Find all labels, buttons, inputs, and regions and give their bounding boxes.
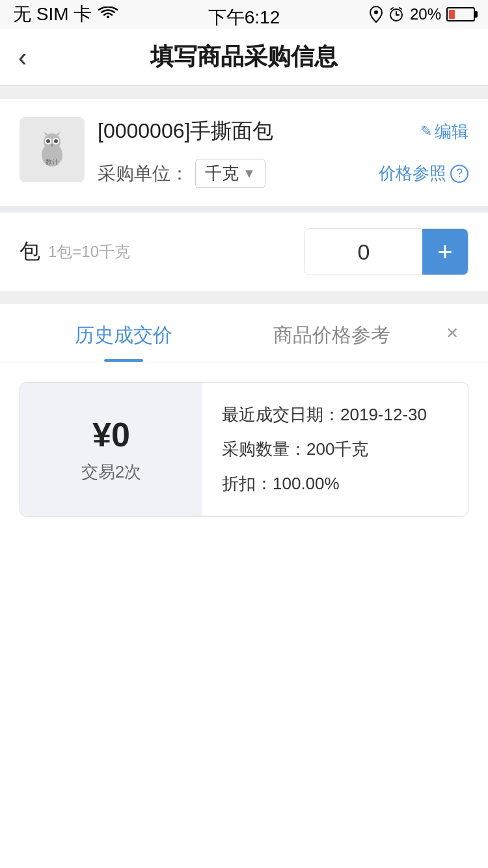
product-name: [0000006]手撕面包: [98, 117, 273, 146]
transaction-count: 交易2次: [81, 461, 141, 483]
bottom-space: [0, 536, 488, 868]
status-time: 下午6:12: [208, 5, 280, 30]
purchase-unit-label: 采购单位：: [98, 161, 189, 186]
unit-value: 千克: [205, 162, 239, 185]
edit-button[interactable]: ✎ 编辑: [420, 120, 468, 143]
purchase-unit-row: 采购单位： 千克 ▼ 价格参照 ?: [98, 159, 468, 188]
transaction-card: ¥0 交易2次 最近成交日期：2019-12-30 采购数量：200千克 折扣：…: [20, 382, 468, 517]
svg-point-10: [46, 139, 50, 143]
recent-date-value: 2019-12-30: [340, 405, 427, 424]
page-title: 填写商品采购信息: [150, 41, 338, 73]
transaction-details-panel: 最近成交日期：2019-12-30 采购数量：200千克 折扣：100.00%: [202, 383, 468, 516]
purchase-qty-value: 200千克: [306, 439, 368, 459]
recent-date-detail: 最近成交日期：2019-12-30: [222, 402, 448, 427]
purchase-unit-group: 采购单位： 千克 ▼: [98, 159, 265, 188]
product-row: 数计 [0000006]手撕面包 ✎ 编辑 采购单位： 千克 ▼: [20, 117, 468, 188]
location-icon: [370, 6, 383, 23]
status-right: 20%: [370, 5, 475, 23]
tab-history-label: 历史成交价: [75, 324, 172, 346]
product-thumbnail: 数计: [20, 117, 85, 182]
tab-history-price[interactable]: 历史成交价: [20, 304, 228, 362]
edit-label: 编辑: [435, 120, 468, 143]
quantity-unit: 包 1包=10千克: [20, 237, 130, 266]
quantity-input[interactable]: [305, 229, 422, 275]
quantity-plus-button[interactable]: +: [422, 229, 468, 275]
unit-select[interactable]: 千克 ▼: [195, 159, 265, 188]
wifi-icon: [98, 7, 118, 22]
discount-value: 100.00%: [273, 474, 340, 493]
svg-text:数计: 数计: [46, 158, 59, 165]
svg-line-5: [400, 8, 401, 9]
status-left: 无 SIM 卡: [13, 2, 118, 27]
dropdown-arrow-icon: ▼: [243, 166, 256, 181]
unit-label: 包: [20, 237, 40, 266]
tab-product-label: 商品价格参考: [273, 324, 390, 346]
svg-point-0: [374, 10, 378, 14]
tabs-header: 历史成交价 商品价格参考 ×: [0, 304, 488, 362]
back-button[interactable]: ‹: [18, 44, 27, 70]
battery-fill: [449, 10, 455, 19]
purchase-qty-label: 采购数量：: [222, 439, 306, 459]
battery-percentage: 20%: [410, 5, 441, 23]
edit-icon: ✎: [420, 123, 432, 140]
recent-date-label: 最近成交日期：: [222, 405, 340, 424]
nav-bar: ‹ 填写商品采购信息: [0, 29, 488, 86]
tabs-container: 历史成交价 商品价格参考 × ¥0 交易2次 最近成交日期：2019-12-30…: [0, 304, 488, 868]
battery-icon: [446, 7, 475, 21]
unit-sub-label: 1包=10千克: [48, 241, 130, 262]
price-value: 0: [111, 416, 130, 454]
product-owl-icon: 数计: [33, 130, 72, 169]
discount-label: 折扣：: [222, 474, 273, 493]
product-name-row: [0000006]手撕面包 ✎ 编辑: [98, 117, 468, 146]
tab-product-price[interactable]: 商品价格参考: [228, 304, 436, 362]
svg-point-11: [54, 139, 58, 143]
svg-line-4: [391, 8, 393, 9]
carrier-text: 无 SIM 卡: [13, 2, 92, 27]
product-info: [0000006]手撕面包 ✎ 编辑 采购单位： 千克 ▼ 价格参照: [98, 117, 468, 188]
currency-symbol: ¥: [92, 416, 111, 454]
help-icon: ?: [450, 165, 468, 183]
quantity-row: 包 1包=10千克 +: [0, 213, 488, 291]
product-card: 数计 [0000006]手撕面包 ✎ 编辑 采购单位： 千克 ▼: [0, 99, 488, 206]
transaction-price-panel: ¥0 交易2次: [20, 383, 202, 516]
alarm-icon: [388, 6, 405, 23]
purchase-qty-detail: 采购数量：200千克: [222, 437, 448, 462]
price-ref-button[interactable]: 价格参照 ?: [379, 162, 468, 185]
price-ref-label: 价格参照: [379, 162, 446, 185]
discount-detail: 折扣：100.00%: [222, 471, 448, 496]
status-bar: 无 SIM 卡 下午6:12 20%: [0, 0, 488, 29]
tabs-close-button[interactable]: ×: [436, 317, 468, 349]
transaction-price: ¥0: [92, 415, 130, 454]
divider: [0, 206, 488, 211]
quantity-control: +: [305, 228, 468, 275]
